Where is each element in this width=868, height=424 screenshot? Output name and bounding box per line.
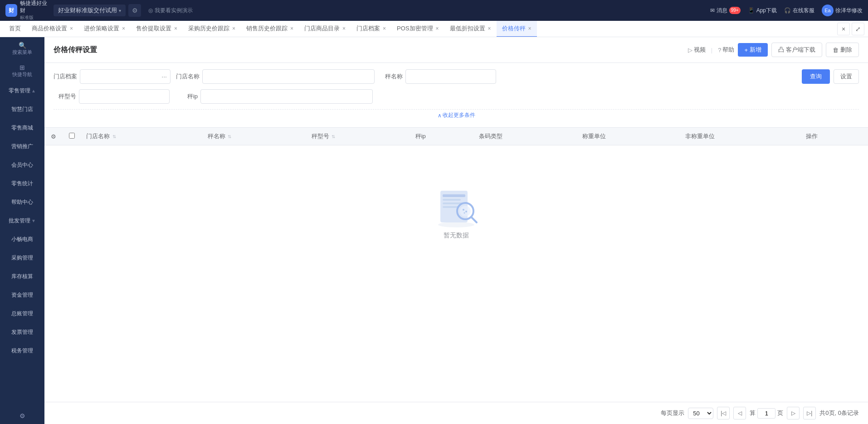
th-operations: 操作	[800, 128, 868, 145]
avatar: Ea	[822, 5, 834, 16]
sidebar-item-finance[interactable]: 资金管理	[3, 287, 42, 304]
scale-name-field: 秤名称	[380, 69, 496, 84]
sidebar-search[interactable]: 🔍 搜索菜单	[0, 37, 44, 60]
scale-type-input[interactable]	[79, 89, 170, 104]
tab-pos-manage[interactable]: POS加密管理 ×	[391, 21, 444, 37]
close-icon[interactable]: ×	[122, 25, 125, 32]
settings-btn[interactable]: ⚙	[128, 4, 141, 17]
collapse-btn[interactable]: ∧ 收起更多条件	[438, 111, 475, 119]
th-scale-name: 秤名称 ⇅	[202, 128, 306, 145]
divider: |	[711, 47, 712, 53]
th-gear[interactable]: ⚙	[44, 128, 63, 145]
close-icon[interactable]: ×	[232, 25, 235, 32]
sidebar-item-help-center[interactable]: 帮助中心	[3, 194, 42, 211]
sidebar-item-retail-stats[interactable]: 零售统计	[3, 175, 42, 192]
help-link[interactable]: ? 帮助	[718, 46, 734, 54]
tab-sale-history[interactable]: 销售历史价跟踪 ×	[241, 21, 299, 37]
sidebar-item-purchase-manage[interactable]: 采购管理	[3, 250, 42, 266]
prev-page-btn[interactable]: ◁	[733, 407, 746, 419]
add-button[interactable]: + 新增	[738, 43, 768, 57]
th-scale-ip: 秤ip	[410, 128, 474, 145]
page-word: 算	[750, 409, 756, 417]
data-table-area: ⚙ 门店名称 ⇅ 秤名称 ⇅ 秤型号	[44, 127, 868, 402]
svg-rect-2	[443, 194, 465, 197]
message-icon: ✉	[710, 7, 715, 14]
first-page-btn[interactable]: |◁	[717, 407, 730, 419]
demo-link[interactable]: ◎ 我要看实例演示	[148, 7, 193, 14]
store-file-field: 门店档案 ···	[54, 69, 171, 84]
delete-button[interactable]: 🗑 删除	[826, 43, 859, 57]
tab-sale-extract[interactable]: 售价提取设置 ×	[131, 21, 183, 37]
sidebar-quick-nav[interactable]: ⊞ 快捷导航	[0, 60, 44, 82]
store-file-input-wrap: ···	[80, 69, 171, 84]
close-icon[interactable]: ×	[436, 25, 439, 32]
select-all-checkbox[interactable]	[69, 133, 75, 139]
tab-home[interactable]: 首页	[4, 21, 26, 37]
next-page-btn[interactable]: ▷	[787, 407, 800, 419]
app-download-btn[interactable]: 📱 App下载	[748, 7, 777, 14]
close-icon[interactable]: ×	[342, 25, 346, 32]
svg-point-10	[465, 211, 467, 212]
tab-store-file[interactable]: 门店档案 ×	[351, 21, 391, 37]
store-file-label: 门店档案	[54, 72, 77, 81]
scale-name-label: 秤名称	[380, 72, 403, 81]
close-icon[interactable]: ×	[383, 25, 386, 32]
sidebar-item-retail-mall[interactable]: 零售商城	[3, 120, 42, 136]
tab-price-transfer[interactable]: 价格传秤 ×	[497, 21, 537, 37]
sidebar-item-member-center[interactable]: 会员中心	[3, 157, 42, 173]
online-service-btn[interactable]: 🎧 在线客服	[784, 7, 814, 14]
tab-maximize-btn[interactable]: ⤢	[852, 23, 864, 35]
close-icon[interactable]: ×	[290, 25, 293, 32]
empty-text: 暂无数据	[444, 231, 469, 240]
video-link[interactable]: ▷ 视频	[688, 46, 706, 54]
page-number-input[interactable]	[757, 408, 775, 419]
sidebar-item-smart-store[interactable]: 智慧门店	[3, 101, 42, 118]
sidebar-item-wholesale-manage[interactable]: 批发管理 ▼	[3, 212, 42, 229]
svg-point-9	[463, 209, 464, 211]
sidebar-item-general-ledger[interactable]: 总账管理	[3, 305, 42, 322]
download-button[interactable]: 凸 客户端下载	[771, 43, 822, 57]
ellipsis-icon[interactable]: ···	[161, 73, 167, 80]
store-name-input[interactable]	[202, 69, 375, 84]
tab-purchase-history[interactable]: 采购历史价跟踪 ×	[183, 21, 241, 37]
plus-icon: +	[744, 47, 748, 53]
scale-ip-input[interactable]	[200, 89, 373, 104]
sidebar-item-inventory[interactable]: 库存核算	[3, 268, 42, 285]
page-current: 算 页	[750, 408, 783, 419]
sidebar-item-retail-manage[interactable]: 零售管理 ▲	[3, 82, 42, 99]
chevron-down-icon: ▼	[31, 218, 36, 223]
store-file-input[interactable]	[80, 69, 171, 84]
version-dropdown[interactable]: 好业财标准版交付试用 ▾	[54, 5, 126, 16]
sidebar-item-invoice[interactable]: 发票管理	[3, 324, 42, 341]
settings-form-button[interactable]: 设置	[834, 69, 859, 84]
sidebar-item-marketing[interactable]: 营销推广	[3, 138, 42, 155]
tab-store-catalog[interactable]: 门店商品目录 ×	[299, 21, 351, 37]
sidebar-item-xiao-chang[interactable]: 小畅电商	[3, 231, 42, 248]
sidebar-settings-btn[interactable]: ⚙	[0, 408, 44, 424]
close-icon[interactable]: ×	[174, 25, 177, 32]
collapse-row: ∧ 收起更多条件	[54, 109, 859, 121]
query-button[interactable]: 查询	[802, 69, 830, 84]
tab-close-btn[interactable]: ×	[837, 23, 850, 35]
close-icon[interactable]: ×	[528, 25, 532, 32]
user-menu[interactable]: Ea 徐泽华修改	[822, 5, 863, 16]
scale-type-field: 秤型号	[54, 89, 170, 104]
close-icon[interactable]: ×	[70, 25, 73, 32]
message-btn[interactable]: ✉ 消息 99+	[710, 7, 741, 14]
logo-text: 畅捷通好业财 标准版	[20, 0, 50, 20]
tab-purchase-strategy[interactable]: 进价策略设置 ×	[78, 21, 131, 37]
sort-icon: ⇅	[332, 134, 335, 139]
last-page-btn[interactable]: ▷|	[803, 407, 816, 419]
sort-icon: ⇅	[112, 134, 116, 139]
svg-rect-3	[443, 199, 461, 201]
tab-min-discount[interactable]: 最低折扣设置 ×	[444, 21, 497, 37]
th-checkbox[interactable]	[63, 128, 81, 145]
per-page-select[interactable]: 50 10 20 100	[688, 408, 713, 419]
svg-rect-5	[443, 206, 458, 208]
sort-icon: ⇅	[228, 134, 231, 139]
sidebar-item-tax[interactable]: 税务管理	[3, 342, 42, 359]
close-icon[interactable]: ×	[488, 25, 491, 32]
tab-price-setting[interactable]: 商品价格设置 ×	[26, 21, 78, 37]
svg-point-11	[464, 212, 465, 214]
scale-name-input[interactable]	[405, 69, 496, 84]
